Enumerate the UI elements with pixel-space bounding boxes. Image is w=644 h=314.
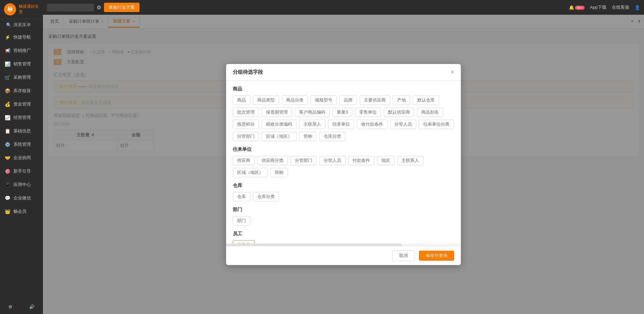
field-tag-分管部门[interactable]: 分管部门 [233,132,259,141]
quick-nav-icon: ⚡ [4,34,11,41]
field-tag-地区[interactable]: 地区 [377,156,394,165]
field-tag-商品[interactable]: 商品 [233,96,250,105]
field-tag-简称[interactable]: 简称 [270,168,288,177]
horizontal-scrollbar[interactable] [226,244,461,246]
field-grid-product: 商品商品类型商品分类规格型号品牌主要供应商产地默认仓库批次管理保质期管理客户商品… [233,96,454,141]
sidebar-label-marketing: 营销推广 [13,48,31,54]
field-tag-产地[interactable]: 产地 [393,96,410,105]
sidebar-item-wechat[interactable]: 💬企业微信 [0,191,43,205]
field-select-modal: 分组待选字段 × 商品商品商品类型商品分类规格型号品牌主要供应商产地默认仓库批次… [226,64,461,265]
app-download-link[interactable]: App下载 [590,4,606,10]
guide-icon: 🎯 [4,168,11,175]
field-tag-商品别名[interactable]: 商品别名 [417,108,443,117]
field-tag-仓库分类[interactable]: 仓库分类 [253,192,279,201]
gear-icon[interactable]: ⚙ [97,4,101,11]
purchase-icon: 🛒 [4,74,11,81]
field-tag-分管部门[interactable]: 分管部门 [290,156,317,165]
sidebar-item-basic-info[interactable]: 📋基础信息 [0,124,43,138]
field-tag-重量3[interactable]: 重量3 [332,108,352,117]
sidebar-label-system: 系统管理 [13,141,31,147]
sidebar-item-member[interactable]: 👑畅会员 [0,205,43,218]
sidebar-item-inventory[interactable]: 📦库存核算 [0,84,43,98]
sidebar-label-wechat: 企业微信 [13,195,31,201]
notification-area[interactable]: 🔔99+ [569,5,585,10]
sidebar-item-sales[interactable]: 📊销售管理 [0,57,43,71]
field-tag-区域（地区）[interactable]: 区域（地区） [262,132,297,141]
header-right: 🔔99+ App下载 在线客服 👤 [569,4,640,10]
enterprise-icon: 🤝 [4,154,11,161]
field-tag-分管人员[interactable]: 分管人员 [319,156,345,165]
header-search-box[interactable] [47,4,94,11]
sidebar-item-purchase[interactable]: 🛒采购管理 [0,71,43,84]
field-tag-部门[interactable]: 部门 [233,216,250,226]
field-tag-规格型号[interactable]: 规格型号 [311,96,337,105]
field-tag-仓库分类[interactable]: 仓库分类 [319,132,345,141]
sidebar-item-quick-nav[interactable]: ⚡快捷导航 [0,30,43,44]
section-title-partner: 往来单位 [233,146,454,152]
field-tag-收付款条件[interactable]: 收付款条件 [357,120,387,129]
modal-header: 分组待选字段 × [226,64,461,81]
field-tag-税收分类编码[interactable]: 税收分类编码 [262,120,297,129]
field-tag-保质期管理[interactable]: 保质期管理 [262,108,292,117]
field-tag-主联系人[interactable]: 主联系人 [397,156,423,165]
sidebar-item-guide[interactable]: 🎯新手引导 [0,165,43,178]
field-tag-区域（地区）[interactable]: 区域（地区） [233,168,268,177]
field-tag-供应商[interactable]: 供应商 [233,156,255,165]
field-tag-客户商品编码[interactable]: 客户商品编码 [295,108,330,117]
field-tag-往来单位分类[interactable]: 往来单位分类 [419,120,454,129]
audio-icon[interactable]: 🔊 [29,304,35,309]
save-query-button[interactable]: 保存并查询 [419,251,454,261]
logo-icon: 标 [4,3,16,15]
field-tag-供应商分类[interactable]: 供应商分类 [257,156,288,165]
field-tag-主联系人[interactable]: 主联系人 [299,120,325,129]
modal-overlay: 分组待选字段 × 商品商品商品类型商品分类规格型号品牌主要供应商产地默认仓库批次… [43,15,644,314]
search-menu-label: 搜索菜单 [13,22,31,28]
field-tag-零售单位[interactable]: 零售单位 [355,108,381,117]
online-service-link[interactable]: 在线客服 [612,4,629,10]
sidebar-label-operations: 经营管理 [13,115,31,121]
sidebar-item-enterprise[interactable]: 🤝企业协同 [0,151,43,165]
system-icon: ⚙️ [4,141,11,148]
search-input[interactable] [50,5,91,10]
section-title-product: 商品 [233,86,454,92]
experience-button[interactable]: 体验行业方案 [104,3,140,12]
sidebar-label-basic-info: 基础信息 [13,128,31,134]
search-menu[interactable]: 🔍 搜索菜单 [0,19,43,30]
field-tag-默认仓库[interactable]: 默认仓库 [413,96,439,105]
field-tag-分管人员[interactable]: 分管人员 [390,120,416,129]
field-tag-付款条件[interactable]: 付款条件 [348,156,374,165]
user-avatar[interactable]: 👤 [635,5,640,10]
field-tag-默认供应商[interactable]: 默认供应商 [384,108,414,117]
sidebar-label-inventory: 库存核算 [13,88,31,94]
field-tag-商品分类[interactable]: 商品分类 [282,96,308,105]
sidebar-item-operations[interactable]: 📈经营管理 [0,111,43,124]
basic-info-icon: 📋 [4,128,11,134]
sidebar-item-app-center[interactable]: 📱应用中心 [0,178,43,191]
field-grid-department: 部门 [233,216,454,226]
sidebar-item-system[interactable]: ⚙️系统管理 [0,138,43,151]
sidebar-label-enterprise: 企业协同 [13,155,31,161]
app-logo: 标 畅捷通好生意 [0,0,43,19]
cancel-button[interactable]: 取消 [392,250,415,261]
modal-title: 分组待选字段 [233,69,263,75]
field-tag-批次管理[interactable]: 批次管理 [233,108,259,117]
modal-footer: 取消 保存并查询 [226,246,461,265]
section-title-department: 部门 [233,207,454,213]
field-tag-商品类型[interactable]: 商品类型 [253,96,279,105]
settings-icon[interactable]: ⚙ [8,304,12,309]
inventory-icon: 📦 [4,87,11,94]
field-tag-仓库[interactable]: 仓库 [233,192,250,201]
sidebar-item-marketing[interactable]: 📢营销推广 [0,44,43,57]
field-tag-品牌[interactable]: 品牌 [339,96,357,105]
modal-body: 商品商品商品类型商品分类规格型号品牌主要供应商产地默认仓库批次管理保质期管理客户… [226,81,461,244]
sidebar-label-purchase: 采购管理 [13,74,31,80]
field-tag-拣货积分[interactable]: 拣货积分 [233,120,259,129]
sidebar-item-finance[interactable]: 💰资金管理 [0,98,43,111]
field-tag-简称[interactable]: 简称 [299,132,317,141]
field-tag-主要供应商[interactable]: 主要供应商 [360,96,390,105]
field-tag-业务员[interactable]: 业务员 [233,240,255,244]
modal-close-button[interactable]: × [450,69,454,76]
field-tag-结算单位[interactable]: 结算单位 [328,120,354,129]
app-center-icon: 📱 [4,181,11,188]
operations-icon: 📈 [4,114,11,121]
